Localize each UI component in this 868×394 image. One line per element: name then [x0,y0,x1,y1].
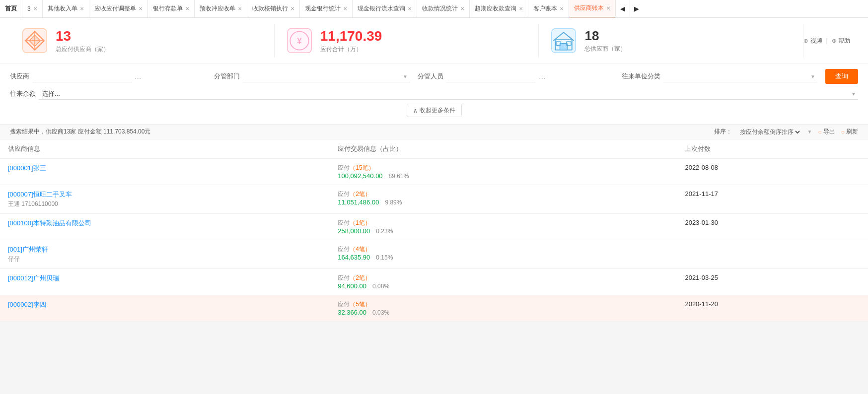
supplier-link[interactable]: [000007]恒旺二手叉车 [8,191,72,198]
nav-tab-collection-stats[interactable]: 收款情况统计 ✕ [417,0,470,18]
close-icon[interactable]: ✕ [139,6,143,11]
payable-count: （4笔） [350,246,371,253]
supplier-link[interactable]: [000012]广州贝瑞 [8,274,59,282]
payable-amount[interactable]: 11,051,486.00 [338,198,379,206]
nav-tab-supplier-book[interactable]: 供应商账本 ✕ [569,0,616,18]
nav-tab-overdue[interactable]: 超期应收款查询 ✕ [470,0,528,18]
close-icon[interactable]: ✕ [519,6,523,11]
supplier-dots[interactable]: ... [135,72,141,81]
close-icon[interactable]: ✕ [606,5,610,11]
supplier-link[interactable]: [000002]李四 [8,301,46,308]
result-bar: 搜索结果中，供应商13家 应付金额 111,703,854.00元 排序： 按应… [0,125,868,139]
last-payment-cell: 2021-11-17 [677,185,868,214]
supplier-input[interactable] [32,70,132,82]
close-icon[interactable]: ✕ [560,6,564,11]
payable-label: 应付 [338,301,350,308]
search-button[interactable]: 查询 [825,69,858,84]
table-row: [000002]李四应付（5笔）32,366.000.03%2020-11-20 [0,295,868,322]
close-icon[interactable]: ✕ [238,6,242,11]
collapse-up-icon: ∧ [413,107,418,114]
table-row: [000001]张三应付（15笔）100,092,540.0089.61%202… [0,159,868,185]
summary-card2-label: 应付合计（万） [320,45,382,54]
close-icon[interactable]: ✕ [343,6,347,11]
filter-category: 往来单位分类 ▼ [622,70,818,82]
th-payable-info: 应付交易信息（占比） [330,139,677,159]
payable-count: （15笔） [350,164,374,171]
close-icon[interactable]: ✕ [408,6,412,11]
nav-tab-adjustment-label: 应收应付调整单 [94,4,136,13]
supplier-link[interactable]: [000100]本特勤油品有限公司 [8,219,91,227]
last-payment-cell: 2020-11-20 [677,295,868,322]
nav-tab-cash-flow[interactable]: 现金银行流水查询 ✕ [353,0,417,18]
nav-tab-customer-book-label: 客户账本 [533,4,557,13]
payable-percent: 89.61% [389,173,409,180]
sort-select[interactable]: 按应付余额倒序排序 [738,128,801,136]
help-link[interactable]: ⊙ 帮助 [832,37,850,45]
payable-count: （2笔） [350,274,371,281]
refresh-button[interactable]: ○ 刷新 [841,128,858,136]
category-select[interactable] [663,70,818,82]
supplier-link[interactable]: [001]广州荣轩 [8,246,48,253]
person-dots[interactable]: ... [539,72,545,81]
nav-tab-cash-stats[interactable]: 现金银行统计 ✕ [300,0,353,18]
dept-select[interactable] [243,70,410,82]
main-content: 供应商信息 应付交易信息（占比） 上次付数 [000001]张三应付（15笔）1… [0,139,868,322]
balance-select-wrap: 选择... ▼ [39,88,858,100]
svg-text:¥: ¥ [297,36,302,46]
nav-tab-customer-book[interactable]: 客户账本 ✕ [528,0,569,18]
top-nav: 首页 3 ✕ 其他收入单 ✕ 应收应付调整单 ✕ 银行存款单 ✕ 预收冲应收单 … [0,0,868,18]
payable-amount[interactable]: 164,635.90 [338,254,370,261]
close-icon[interactable]: ✕ [80,6,84,11]
collapse-button[interactable]: ∧ 收起更多条件 [407,104,462,117]
export-icon: ○ [818,129,822,135]
last-payment-cell: 2021-03-25 [677,269,868,295]
category-label: 往来单位分类 [622,72,660,81]
close-icon[interactable]: ✕ [185,6,189,11]
close-icon[interactable]: ✕ [460,6,464,11]
export-button[interactable]: ○ 导出 [818,128,835,136]
summary-card3-number: 18 [584,28,626,44]
nav-next-arrow[interactable]: ▶ [630,0,644,18]
nav-tab-cash-flow-label: 现金银行流水查询 [358,4,405,13]
table-wrap: 供应商信息 应付交易信息（占比） 上次付数 [000001]张三应付（15笔）1… [0,139,868,322]
th-supplier-info: 供应商信息 [0,139,330,159]
result-bar-right: 排序： 按应付余额倒序排序 ▼ ○ 导出 ○ 刷新 [714,128,858,136]
nav-tab-prepay[interactable]: 预收冲应收单 ✕ [195,0,247,18]
data-table: 供应商信息 应付交易信息（占比） 上次付数 [000001]张三应付（15笔）1… [0,139,868,322]
nav-tab-other-income[interactable]: 其他收入单 ✕ [43,0,89,18]
table-body: [000001]张三应付（15笔）100,092,540.0089.61%202… [0,159,868,322]
table-row: [001]广州荣轩仔仔应付（4笔）164,635.900.15% [0,240,868,269]
table-row: [000012]广州贝瑞应付（2笔）94,600.000.08%2021-03-… [0,269,868,295]
nav-tab-adjustment[interactable]: 应收应付调整单 ✕ [89,0,148,18]
payable-amount[interactable]: 100,092,540.00 [338,172,382,180]
payable-count: （2笔） [350,191,371,197]
payable-info-cell: 应付（5笔）32,366.000.03% [330,295,677,322]
supplier-info-cell: [000001]张三 [0,159,330,185]
nav-tab-home-label: 首页 [5,4,17,13]
balance-label: 往来余额 [10,89,36,98]
balance-select[interactable]: 选择... [39,88,858,100]
supplier-sub-info: 仔仔 [8,255,322,263]
nav-prev-arrow[interactable]: ◀ [616,0,630,18]
payable-count: （5笔） [350,301,371,308]
filter-area: 供应商 ... 分管部门 ▼ 分管人员 ... 往来单位分类 [0,64,868,125]
video-link[interactable]: ⊙ 视频 [803,37,822,45]
supplier-info-cell: [000100]本特勤油品有限公司 [0,214,330,240]
nav-tab-3[interactable]: 3 ✕ [22,0,43,18]
nav-tab-bank-deposit[interactable]: 银行存款单 ✕ [148,0,195,18]
close-icon[interactable]: ✕ [290,6,294,11]
close-icon[interactable]: ✕ [33,6,37,11]
payable-amount[interactable]: 94,600.00 [338,282,366,290]
nav-tab-overdue-label: 超期应收款查询 [475,4,516,13]
supplier-link[interactable]: [000001]张三 [8,164,46,172]
person-input[interactable] [446,70,536,82]
payable-amount[interactable]: 32,366.00 [338,309,366,316]
nav-tab-collection-label: 收款核销执行 [252,4,288,13]
nav-tab-home[interactable]: 首页 [0,0,22,18]
nav-tab-collection[interactable]: 收款核销执行 ✕ [247,0,300,18]
payable-amount[interactable]: 258,000.00 [338,227,370,235]
supplier-info-cell: [000007]恒旺二手叉车王通 17106110000 [0,185,330,214]
payable-label: 应付 [338,246,350,253]
result-summary: 搜索结果中，供应商13家 应付金额 111,703,854.00元 [10,128,150,136]
filter-balance: 往来余额 选择... ▼ [10,88,858,100]
